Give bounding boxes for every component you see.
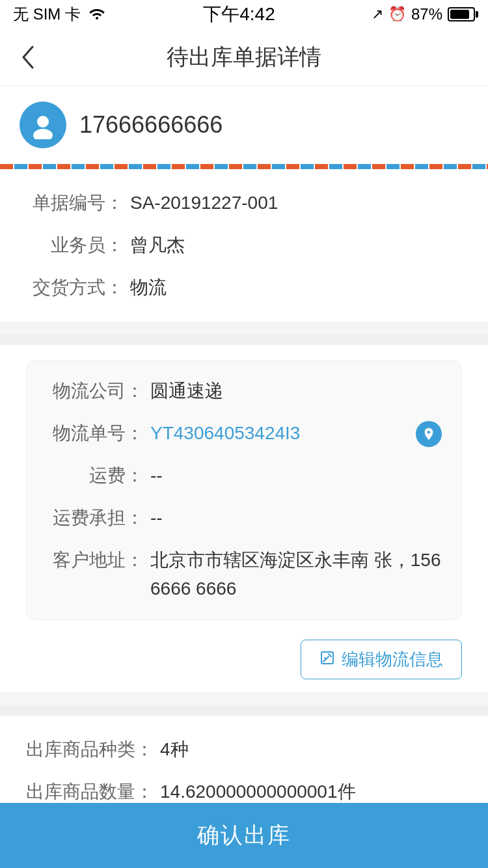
nav-bar: 待出库单据详情: [0, 29, 488, 86]
dashed-divider: [0, 164, 488, 169]
document-no-row: 单据编号： SA-20191227-001: [26, 189, 462, 218]
address-label: 客户地址：: [46, 546, 144, 575]
salesman-label: 业务员：: [26, 231, 124, 260]
address-row: 客户地址： 北京市市辖区海淀区永丰南 张，156 6666 6666: [46, 546, 442, 604]
customer-phone: 17666666666: [79, 111, 223, 139]
tracking-value-container: YT43064053424I3: [144, 419, 442, 448]
category-value: 4种: [154, 735, 462, 765]
wifi-icon: [87, 5, 107, 23]
edit-logistics-container: 编辑物流信息: [26, 633, 462, 682]
salesman-value: 曾凡杰: [124, 231, 462, 260]
edit-logistics-label: 编辑物流信息: [342, 648, 443, 671]
status-right: ↗ ⏰ 87%: [372, 5, 475, 23]
freight-bear-row: 运费承担： --: [46, 504, 442, 533]
customer-header: 17666666666: [0, 86, 488, 164]
logistics-card: 物流公司： 圆通速递 物流单号： YT43064053424I3 运费： -- …: [26, 360, 462, 620]
location-status-icon: ↗: [372, 6, 383, 23]
delivery-value: 物流: [124, 273, 462, 303]
status-left: 无 SIM 卡: [13, 4, 107, 25]
delivery-row: 交货方式： 物流: [26, 273, 462, 303]
freight-label: 运费：: [46, 461, 144, 491]
company-row: 物流公司： 圆通速递: [46, 377, 442, 406]
time-label: 下午4:42: [203, 2, 275, 27]
battery-icon: [448, 7, 475, 21]
tracking-value: YT43064053424I3: [150, 419, 405, 448]
goods-section: 出库商品种类： 4种 出库商品数量： 14.620000000000001件: [0, 716, 488, 813]
delivery-label: 交货方式：: [26, 273, 124, 303]
tracking-location-icon[interactable]: [416, 421, 442, 447]
logistics-section: 物流公司： 圆通速递 物流单号： YT43064053424I3 运费： -- …: [0, 345, 488, 692]
edit-logistics-button[interactable]: 编辑物流信息: [301, 640, 462, 679]
tracking-label: 物流单号：: [46, 419, 144, 448]
page-title: 待出库单据详情: [167, 42, 321, 72]
freight-row: 运费： --: [46, 461, 442, 491]
edit-icon: [319, 650, 335, 670]
freight-bear-label: 运费承担：: [46, 504, 144, 533]
company-label: 物流公司：: [46, 377, 144, 406]
company-value: 圆通速递: [144, 377, 442, 406]
back-button[interactable]: [20, 44, 35, 70]
status-bar: 无 SIM 卡 下午4:42 ↗ ⏰ 87%: [0, 0, 488, 29]
category-label: 出库商品种类：: [26, 735, 154, 765]
document-no-value: SA-20191227-001: [124, 189, 462, 218]
confirm-button-label: 确认出库: [197, 821, 291, 850]
freight-bear-value: --: [144, 504, 442, 533]
freight-value: --: [144, 461, 442, 491]
alarm-icon: ⏰: [388, 6, 406, 23]
gray-divider-2: [0, 705, 488, 716]
tracking-row: 物流单号： YT43064053424I3: [46, 419, 442, 448]
carrier-label: 无 SIM 卡: [13, 4, 81, 25]
confirm-button[interactable]: 确认出库: [0, 803, 488, 868]
salesman-row: 业务员： 曾凡杰: [26, 231, 462, 260]
category-row: 出库商品种类： 4种: [26, 735, 462, 765]
main-content: 17666666666 单据编号： SA-20191227-001 业务员： 曾…: [0, 86, 488, 868]
svg-point-0: [37, 116, 49, 128]
svg-point-1: [33, 129, 53, 139]
order-info-section: 单据编号： SA-20191227-001 业务员： 曾凡杰 交货方式： 物流: [0, 169, 488, 321]
address-value: 北京市市辖区海淀区永丰南 张，156 6666 6666: [144, 546, 442, 604]
avatar: [20, 102, 66, 148]
gray-divider-1: [0, 334, 488, 345]
battery-label: 87%: [411, 5, 442, 23]
document-no-label: 单据编号：: [26, 189, 124, 218]
